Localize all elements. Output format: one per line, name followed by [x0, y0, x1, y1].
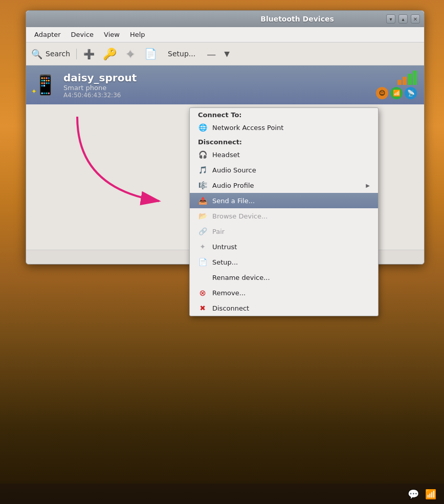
signal-bars: [397, 71, 417, 85]
context-item-network-access-point[interactable]: 🌐 Network Access Point: [190, 120, 378, 135]
device-name: daisy_sprout: [63, 72, 370, 84]
browse-device-icon: 📂: [198, 211, 207, 221]
window-title: Bluetooth Devices: [208, 15, 386, 23]
device-mac: A4:50:46:43:32:36: [63, 92, 370, 99]
connection-icons: 😊 📶 📡: [376, 87, 417, 99]
close-button[interactable]: ✕: [411, 14, 420, 24]
search-icon: 🔍: [31, 49, 42, 59]
disconnect-label: Disconnect:: [190, 135, 378, 147]
context-item-remove[interactable]: ⊗ Remove...: [190, 285, 378, 300]
search-area[interactable]: 🔍 Search: [31, 49, 77, 59]
maximize-button[interactable]: ▴: [398, 14, 408, 24]
disconnect-all-label: Disconnect: [212, 304, 370, 312]
remove-icon: ⊗: [198, 288, 207, 297]
submenu-arrow-icon: ▶: [366, 183, 370, 188]
device-icon: 📱 ✦: [33, 75, 57, 95]
setup-context-label: Setup...: [212, 258, 370, 266]
setup-button[interactable]: Setup...: [163, 48, 201, 60]
window-controls: ▾ ▴ ✕: [386, 14, 420, 24]
rename-device-icon: [198, 273, 207, 282]
untrust-label: Untrust: [212, 243, 370, 251]
context-item-setup[interactable]: 📄 Setup...: [190, 254, 378, 270]
headset-icon: 🎧: [198, 150, 207, 159]
setup-context-icon: 📄: [198, 257, 207, 267]
send-file-icon: 📤: [198, 196, 207, 205]
disconnect-all-icon: ✖: [198, 303, 207, 313]
context-menu: Connect To: 🌐 Network Access Point Disco…: [189, 107, 379, 316]
device-status: 😊 📶 📡: [376, 71, 417, 99]
signal-bar-1: [397, 80, 402, 85]
icon-blue: 📡: [405, 87, 417, 99]
toolbar-dropdown-button[interactable]: ▼: [222, 48, 232, 60]
menubar: Adapter Device View Help: [26, 27, 424, 42]
arrow-annotation: [36, 106, 215, 219]
remove-label: Remove...: [212, 289, 370, 297]
context-item-audio-profile[interactable]: 🎼 Audio Profile ▶: [190, 178, 378, 193]
minimize-button[interactable]: ▾: [386, 14, 395, 24]
network-icon: 🌐: [198, 123, 207, 132]
signal-bar-3: [408, 74, 412, 85]
search-label: Search: [46, 50, 70, 58]
minus-button[interactable]: —: [205, 47, 218, 61]
connect-button[interactable]: 🔑: [101, 46, 118, 62]
menu-device[interactable]: Device: [67, 29, 98, 40]
setup-label: Setup...: [168, 50, 195, 58]
taskbar: 💬 📶: [0, 484, 444, 504]
browse-device-label: Browse Device...: [212, 212, 370, 220]
menu-adapter[interactable]: Adapter: [30, 29, 65, 40]
menu-view[interactable]: View: [100, 29, 124, 40]
rename-device-label: Rename device...: [212, 274, 370, 281]
pair-icon: 🔗: [198, 227, 207, 236]
device-row[interactable]: 📱 ✦ daisy_sprout Smart phone A4:50:46:43…: [26, 65, 424, 104]
context-item-headset[interactable]: 🎧 Headset: [190, 147, 378, 162]
audio-profile-icon: 🎼: [198, 181, 207, 190]
context-item-browse-device[interactable]: 📂 Browse Device...: [190, 208, 378, 224]
device-type: Smart phone: [63, 84, 370, 92]
context-item-disconnect-all[interactable]: ✖ Disconnect: [190, 300, 378, 316]
signal-bar-2: [403, 77, 407, 85]
context-item-untrust[interactable]: ✦ Untrust: [190, 239, 378, 254]
pair-label: Pair: [212, 228, 370, 235]
toolbar: 🔍 Search ➕ 🔑 ✦ 📄 Setup... — ▼: [26, 42, 424, 65]
signal-bar-4: [413, 71, 417, 85]
audio-source-icon: 🎵: [198, 165, 207, 174]
audio-source-label: Audio Source: [212, 166, 370, 174]
taskbar-icon-chat[interactable]: 💬: [406, 487, 420, 501]
send-file-label: Send a File...: [212, 197, 370, 205]
icon-orange: 😊: [376, 87, 388, 99]
audio-profile-label: Audio Profile: [212, 182, 361, 189]
menu-help[interactable]: Help: [126, 29, 149, 40]
context-item-send-file[interactable]: 📤 Send a File...: [190, 193, 378, 208]
bluetooth-button[interactable]: ✦: [122, 46, 138, 62]
add-device-button[interactable]: ➕: [81, 46, 97, 62]
icon-green: 📶: [390, 87, 403, 99]
file-button[interactable]: 📄: [142, 46, 159, 62]
context-item-audio-source[interactable]: 🎵 Audio Source: [190, 162, 378, 178]
headset-label: Headset: [212, 151, 370, 159]
network-access-point-label: Network Access Point: [212, 124, 370, 132]
untrust-icon: ✦: [198, 242, 207, 251]
taskbar-icon-network[interactable]: 📶: [424, 487, 438, 501]
context-item-pair[interactable]: 🔗 Pair: [190, 224, 378, 239]
connect-to-label: Connect To:: [190, 108, 378, 120]
context-item-rename-device[interactable]: Rename device...: [190, 270, 378, 285]
titlebar: Bluetooth Devices ▾ ▴ ✕: [26, 11, 424, 27]
trusted-star-icon: ✦: [31, 88, 37, 95]
